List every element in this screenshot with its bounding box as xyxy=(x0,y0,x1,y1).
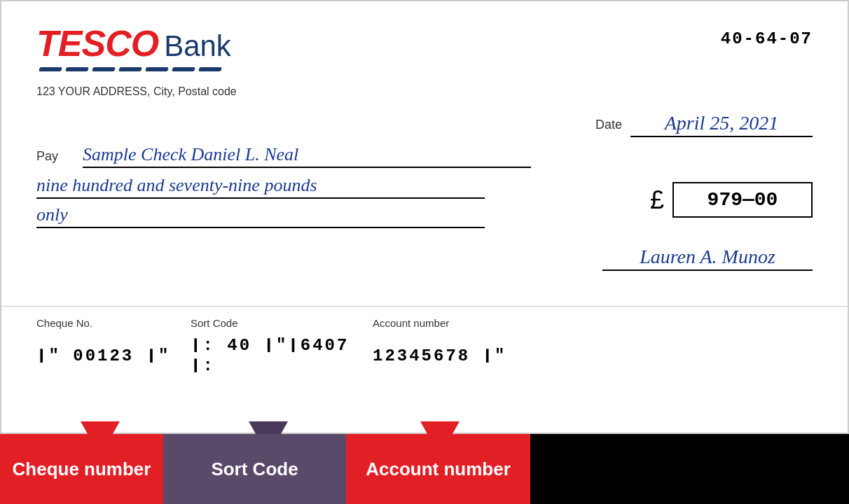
right-content: £ 979—00 Lauren A. Munoz xyxy=(588,175,813,285)
left-content: nine hundred and seventy-nine pounds onl… xyxy=(36,175,588,228)
logo-line-3 xyxy=(92,67,116,71)
signature-value: Lauren A. Munoz xyxy=(602,246,813,271)
sort-code-header: 40-64-07 xyxy=(721,29,813,48)
pound-sign: £ xyxy=(650,186,664,215)
logo-line-4 xyxy=(118,67,142,71)
main-content: nine hundred and seventy-nine pounds onl… xyxy=(36,175,813,285)
label-sort-code: Sort Code xyxy=(163,434,346,504)
labels-bottom: Cheque number Sort Code Account number xyxy=(0,434,849,504)
bottom-section: Cheque number Sort Code Account number xyxy=(0,434,849,504)
pay-section: Pay Sample Check Daniel L. Neal xyxy=(36,144,813,168)
date-value: April 25, 2021 xyxy=(630,112,813,137)
micr-section: Cheque No. Sort Code Account number ❙" 0… xyxy=(1,306,848,382)
date-label: Date xyxy=(595,118,622,132)
micr-cheque-label: Cheque No. xyxy=(36,317,191,329)
micr-cheque-chars: ❙" 00123 ❙" xyxy=(36,345,191,365)
cheque-number-label: Cheque number xyxy=(13,458,151,480)
micr-sort-label: Sort Code xyxy=(191,317,373,329)
logo-line-1 xyxy=(39,67,62,71)
cheque-header: TESCO Bank 40-64-07 xyxy=(36,22,813,71)
amount-box: 979—00 xyxy=(672,182,813,218)
sort-code-label: Sort Code xyxy=(211,458,298,480)
cheque-container: TESCO Bank 40-64-07 123 YOUR ADDRESS, Ci… xyxy=(0,0,849,434)
label-account-number: Account number xyxy=(346,434,530,504)
account-number-label: Account number xyxy=(366,458,511,480)
label-cheque-number: Cheque number xyxy=(0,434,163,504)
micr-account-chars: 12345678 ❙" xyxy=(373,345,569,365)
pay-row: Pay Sample Check Daniel L. Neal xyxy=(36,144,813,168)
logo-line-2 xyxy=(65,67,89,71)
signature-section: Lauren A. Munoz xyxy=(602,246,813,271)
logo-lines xyxy=(36,67,231,71)
bank-text: Bank xyxy=(164,29,231,63)
tesco-logo: TESCO xyxy=(36,22,158,64)
date-row: Date April 25, 2021 xyxy=(36,112,813,137)
pay-value: Sample Check Daniel L. Neal xyxy=(83,144,531,168)
micr-account-label: Account number xyxy=(373,317,569,329)
micr-sort-chars: ❙: 40 ❙"❙6407 ❙: xyxy=(191,335,373,375)
logo-section: TESCO Bank xyxy=(36,22,231,71)
micr-numbers: ❙" 00123 ❙" ❙: 40 ❙"❙6407 ❙: 12345678 ❙" xyxy=(36,335,813,375)
logo-line-6 xyxy=(172,67,195,71)
amount-words-line1: nine hundred and seventy-nine pounds xyxy=(36,175,485,199)
address-line: 123 YOUR ADDRESS, City, Postal code xyxy=(36,85,813,98)
amount-words-line2: only xyxy=(36,204,485,228)
logo-line-5 xyxy=(145,67,169,71)
amount-box-section: £ 979—00 xyxy=(650,182,813,218)
logo-text: TESCO Bank xyxy=(36,22,231,64)
pay-label: Pay xyxy=(36,149,71,164)
logo-line-7 xyxy=(198,67,222,71)
micr-labels: Cheque No. Sort Code Account number xyxy=(36,317,813,329)
